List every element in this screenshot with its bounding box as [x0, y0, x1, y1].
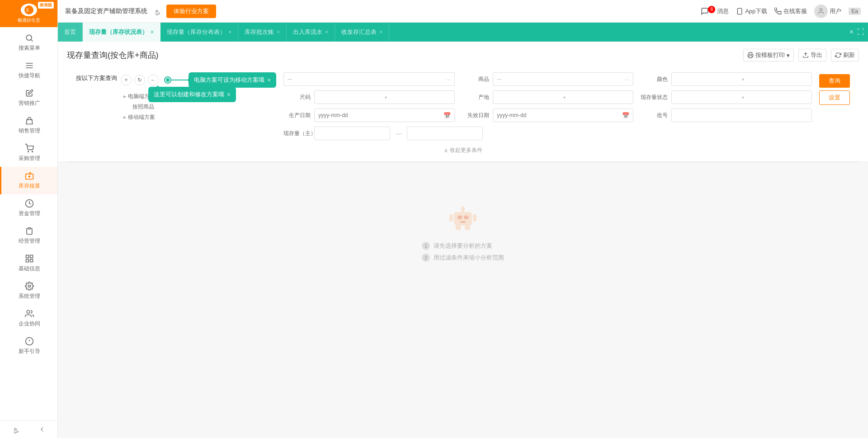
sidebar-item-sales[interactable]: 销售管理 [0, 112, 57, 139]
trial-btn[interactable]: 体验行业方案 [166, 5, 216, 18]
tab-batch-ledger-label: 库存批次账 [245, 28, 274, 36]
logo-badge: 标准版 [38, 2, 54, 9]
color-select[interactable]: ▾ [671, 72, 812, 86]
triangle-icon[interactable]: ▶ [123, 94, 126, 99]
sidebar-item-quicknav[interactable]: 快捷导航 [0, 57, 57, 84]
tab-receive-summary-close[interactable]: × [379, 29, 382, 35]
set-btn[interactable]: 设置 [819, 90, 850, 105]
batch-input[interactable] [675, 112, 808, 118]
tab-inventory-dist-close[interactable]: × [228, 29, 231, 35]
sidebar-item-finance[interactable]: 资金管理 [0, 194, 57, 222]
tab-inout-flow-close[interactable]: × [325, 29, 328, 35]
page-content: 现存量查询(按仓库+商品) 按模板打印 ▾ 导出 刷新 [58, 42, 868, 438]
svg-rect-26 [449, 214, 453, 221]
sidebar-item-marketing[interactable]: 营销推广 [0, 84, 57, 112]
produce-calendar-icon[interactable]: 📅 [443, 112, 451, 119]
expire-calendar-icon[interactable]: 📅 [622, 112, 629, 119]
sidebar-item-enterprise[interactable]: 企业协同 [0, 305, 57, 332]
goods-input-wrap[interactable]: ··· [493, 72, 633, 86]
triangle-mobile-icon[interactable]: ▶ [123, 115, 126, 119]
svg-point-2 [26, 35, 32, 40]
stock-main-from-input[interactable] [318, 130, 386, 137]
expire-date-input[interactable] [497, 112, 622, 118]
collapse-btn[interactable]: ∧ 收起更多条件 [444, 146, 482, 154]
origin-select[interactable]: ▾ [493, 90, 633, 104]
sidebar-label-marketing: 营销推广 [19, 99, 40, 107]
sidebar-item-system[interactable]: 系统管理 [0, 277, 57, 305]
settings-bottom-btn[interactable] [11, 425, 19, 433]
scheme-sub-item[interactable]: 按照商品 [130, 102, 276, 112]
tab-close-all-btn[interactable]: × [849, 28, 854, 36]
size-select[interactable]: ▾ [314, 90, 455, 104]
sidebar-bottom [0, 420, 57, 438]
sidebar-label-inventory: 库存核算 [19, 182, 40, 190]
produce-date-input-wrap[interactable]: 📅 [314, 108, 455, 122]
warehouse-input[interactable] [288, 76, 446, 82]
tooltip1-close-btn[interactable]: × [267, 76, 271, 84]
scheme-tree-mobile[interactable]: ▶ 移动端方案 [121, 112, 276, 122]
online-service-btn[interactable]: 在线客服 [774, 7, 807, 15]
tab-home[interactable]: 首页 [58, 23, 83, 42]
tab-fullscreen-btn[interactable]: ⛶ [857, 28, 864, 36]
svg-text:6: 6 [26, 8, 29, 13]
tab-receive-summary[interactable]: 收发存汇总表 × [335, 23, 389, 42]
user-area[interactable]: 用户 [814, 5, 841, 18]
sidebar-item-basic[interactable]: 基础信息 [0, 250, 57, 277]
tab-inventory-dist[interactable]: 现存量（库存分布表） × [160, 23, 238, 42]
sidebar-item-guide[interactable]: 新手引导 [0, 332, 57, 360]
refresh-scheme-btn[interactable]: ↻ [134, 75, 145, 85]
tab-inventory-status[interactable]: 现存量（库存状况表） × [83, 23, 160, 42]
page-header: 现存量查询(按仓库+商品) 按模板打印 ▾ 导出 刷新 [58, 42, 868, 162]
tab-inventory-status-close[interactable]: × [151, 29, 154, 35]
hint-num-2: 2 [422, 254, 430, 262]
produce-date-input[interactable] [318, 112, 443, 118]
sidebar-label-quicknav: 快捷导航 [19, 72, 40, 80]
warehouse-input-wrap[interactable]: ··· [283, 72, 455, 86]
sidebar-item-operations[interactable]: 经营管理 [0, 222, 57, 250]
online-service-label: 在线客服 [783, 7, 807, 15]
svg-rect-16 [738, 8, 742, 14]
filter-goods: 商品 ··· [462, 72, 633, 86]
print-btn[interactable]: 按模板打印 ▾ [743, 49, 794, 61]
filter-warehouse: ··· [283, 72, 455, 86]
filter-grid-row3: 生产日期 📅 失效日期 [283, 108, 812, 122]
tooltip2-close-btn[interactable]: × [227, 91, 231, 98]
svg-line-3 [31, 40, 33, 42]
page-title: 现存量查询(按仓库+商品) [67, 50, 159, 61]
empty-hint-1: 1 请先选择要分析的方案 [422, 240, 504, 252]
warehouse-dots-icon[interactable]: ··· [446, 76, 451, 83]
add-scheme-btn[interactable]: + [121, 75, 132, 85]
tab-batch-ledger[interactable]: 库存批次账 × [238, 23, 287, 42]
color-chevron-icon: ▾ [742, 77, 808, 82]
sidebar-item-search[interactable]: 搜索菜单 [0, 29, 57, 57]
sidebar-label-enterprise: 企业协同 [19, 320, 40, 328]
sidebar-item-inventory[interactable]: 库存核算 [0, 167, 57, 194]
stock-main-to-input[interactable] [411, 130, 479, 137]
stock-main-from[interactable] [314, 127, 390, 140]
scheme-sub-items: 按照商品 [121, 102, 276, 112]
tab-inout-flow[interactable]: 出入库流水 × [287, 23, 335, 42]
batch-input-wrap[interactable] [671, 108, 812, 122]
stock-main-to[interactable] [407, 127, 483, 140]
refresh-btn[interactable]: 刷新 [831, 49, 859, 61]
collapse-sidebar-btn[interactable] [38, 425, 46, 433]
goods-dots-icon[interactable]: ··· [624, 76, 629, 83]
sidebar-label-basic: 基础信息 [19, 265, 40, 273]
produce-date-label: 生产日期 [283, 112, 311, 119]
sidebar-item-purchase[interactable]: 采购管理 [0, 139, 57, 167]
settings-icon[interactable] [153, 7, 161, 15]
filter-batch: 批号 [641, 108, 812, 122]
notification-badge: 8 [708, 6, 715, 13]
query-btn[interactable]: 查询 [819, 74, 850, 88]
app-download-btn[interactable]: App下载 [736, 7, 767, 15]
tab-batch-ledger-close[interactable]: × [277, 29, 280, 35]
svg-rect-24 [460, 221, 466, 223]
print-dropdown-icon[interactable]: ▾ [787, 52, 790, 59]
message-btn[interactable]: 8 消息 [701, 7, 729, 15]
tabs-right-controls: × ⛶ [846, 28, 868, 36]
export-btn[interactable]: 导出 [798, 49, 826, 61]
goods-label: 商品 [462, 75, 489, 83]
expire-date-input-wrap[interactable]: 📅 [493, 108, 633, 122]
goods-input[interactable] [497, 76, 624, 82]
stock-status-select[interactable]: ▾ [671, 90, 812, 104]
